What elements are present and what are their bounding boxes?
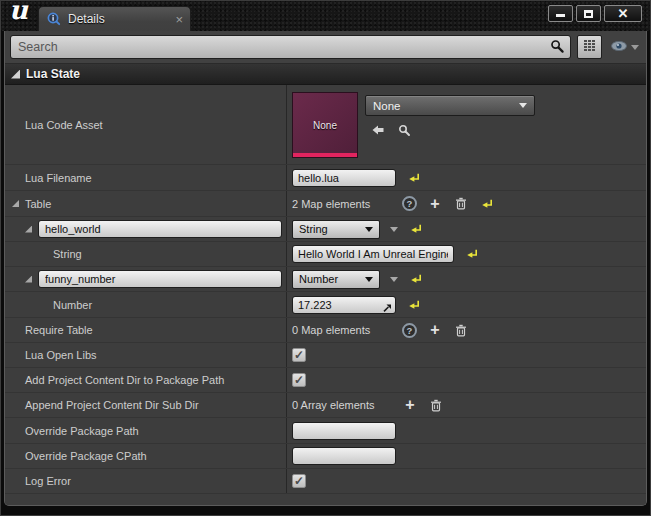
minimize-button[interactable]: [548, 5, 573, 22]
map-key: [5, 217, 287, 241]
close-button[interactable]: ✕: [604, 5, 642, 22]
property-value: ✓: [287, 343, 646, 367]
tab-details[interactable]: Details ×: [38, 6, 191, 31]
property-value: None None: [287, 85, 646, 164]
reset-to-default-icon[interactable]: [406, 170, 422, 186]
element-options-icon[interactable]: [390, 227, 398, 232]
chevron-down-icon: [365, 277, 373, 282]
chevron-down-icon: [365, 227, 373, 232]
property-label: Lua Filename: [5, 165, 287, 190]
row-map-key-funny-number: Number: [5, 267, 646, 292]
tab-title: Details: [68, 12, 169, 26]
property-label: Table: [5, 191, 287, 216]
chevron-down-icon: [519, 103, 527, 108]
asset-thumbnail[interactable]: None: [292, 92, 358, 158]
plus-icon: +: [430, 197, 439, 211]
label-text: Lua Code Asset: [25, 119, 103, 131]
plus-icon: +: [405, 398, 414, 412]
value-type-combo[interactable]: String: [292, 220, 380, 239]
check-icon: ✓: [294, 374, 304, 386]
map-key: [5, 267, 287, 291]
label-text: Lua Filename: [25, 172, 92, 184]
asset-combo[interactable]: None: [365, 95, 535, 116]
label-text: String: [53, 248, 82, 260]
string-value-input[interactable]: [292, 245, 454, 263]
unreal-details-window: u Details × ✕: [0, 0, 651, 516]
property-value: 0 Map elements ? +: [287, 318, 646, 342]
element-options-icon[interactable]: [390, 277, 398, 282]
lua-filename-input[interactable]: [292, 169, 396, 187]
search-input[interactable]: [10, 35, 571, 59]
minimize-icon: [556, 14, 565, 17]
reset-to-default-icon[interactable]: [408, 271, 424, 287]
help-icon[interactable]: ?: [402, 196, 417, 211]
array-elements-count: 0 Array elements: [292, 399, 392, 411]
browse-to-asset-button[interactable]: [396, 122, 412, 138]
add-project-content-dir-checkbox[interactable]: ✓: [292, 373, 306, 387]
property-matrix-button[interactable]: [577, 35, 602, 59]
empty-map-button[interactable]: [453, 196, 469, 212]
map-elements-count: 0 Map elements: [292, 324, 392, 336]
override-package-cpath-input[interactable]: [292, 447, 396, 465]
category-expander-icon[interactable]: [11, 70, 20, 79]
empty-map-button[interactable]: [453, 322, 469, 338]
asset-tools: [365, 122, 535, 138]
property-value: [287, 242, 646, 266]
property-value: ✓: [287, 368, 646, 392]
label-text: Append Project Content Dir Sub Dir: [25, 399, 199, 411]
asset-thumbnail-text: None: [313, 120, 337, 131]
help-icon[interactable]: ?: [402, 323, 417, 338]
property-label: Log Error: [5, 469, 287, 493]
property-value: 2 Map elements ? +: [287, 191, 646, 216]
eye-icon: [610, 38, 628, 56]
property-value: [287, 444, 646, 468]
value-type-combo[interactable]: Number: [292, 270, 380, 289]
property-label: Require Table: [5, 318, 287, 342]
reset-to-default-icon[interactable]: [479, 196, 495, 212]
asset-controls: None: [365, 92, 535, 158]
property-label: Add Project Content Dir to Package Path: [5, 368, 287, 392]
number-value-input[interactable]: [292, 296, 396, 314]
maximize-button[interactable]: [576, 5, 601, 22]
override-package-path-input[interactable]: [292, 422, 396, 440]
property-value: [287, 418, 646, 443]
map-key-input[interactable]: [38, 220, 282, 238]
empty-space: [5, 494, 646, 505]
reset-to-default-icon[interactable]: [406, 297, 422, 313]
expander-icon[interactable]: [12, 200, 19, 207]
map-key-input[interactable]: [38, 270, 282, 288]
check-icon: ✓: [294, 349, 304, 361]
use-selected-asset-button[interactable]: [370, 122, 386, 138]
property-label: Append Project Content Dir Sub Dir: [5, 393, 287, 417]
window-controls: ✕: [548, 5, 642, 22]
label-text: Add Project Content Dir to Package Path: [25, 374, 224, 386]
label-text: Require Table: [25, 324, 93, 336]
expander-icon[interactable]: [25, 276, 32, 283]
log-error-checkbox[interactable]: ✓: [292, 474, 306, 488]
tab-close-icon[interactable]: ×: [175, 13, 183, 26]
value-scrub-icon[interactable]: [382, 299, 392, 317]
property-label: Override Package Path: [5, 418, 287, 443]
row-lua-code-asset: Lua Code Asset None None: [5, 85, 646, 165]
lua-open-libs-checkbox[interactable]: ✓: [292, 348, 306, 362]
row-append-project-content-dir: Append Project Content Dir Sub Dir 0 Arr…: [5, 393, 646, 418]
reset-to-default-icon[interactable]: [464, 246, 480, 262]
search-icon: [550, 39, 565, 58]
property-rows: Lua Code Asset None None: [5, 85, 646, 505]
row-table: Table 2 Map elements ? +: [5, 191, 646, 217]
empty-array-button[interactable]: [428, 397, 444, 413]
category-header-lua-state[interactable]: Lua State: [5, 64, 646, 85]
reset-to-default-icon[interactable]: [408, 221, 424, 237]
details-toolbar: [5, 31, 646, 64]
add-element-button[interactable]: +: [427, 322, 443, 338]
expander-icon[interactable]: [25, 226, 32, 233]
add-element-button[interactable]: +: [402, 397, 418, 413]
property-label: Lua Code Asset: [5, 85, 287, 164]
property-value: 0 Array elements +: [287, 393, 646, 417]
view-options-button[interactable]: [608, 36, 641, 58]
check-icon: ✓: [294, 475, 304, 487]
value-type-text: String: [299, 223, 361, 235]
add-element-button[interactable]: +: [427, 196, 443, 212]
unreal-engine-logo-icon: u: [9, 0, 28, 25]
label-text: Table: [25, 198, 51, 210]
